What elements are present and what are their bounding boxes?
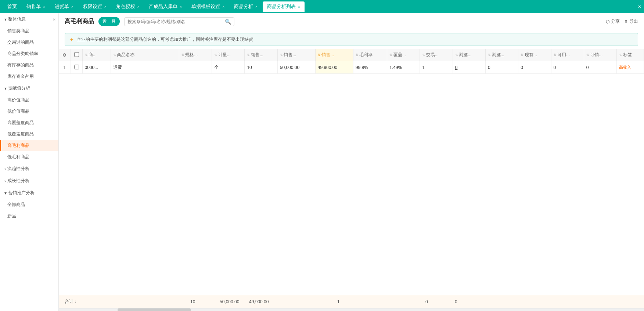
row-sales-profit: 49,900.00 — [315, 61, 353, 74]
close-icon[interactable]: × — [298, 5, 300, 9]
sidebar-item-low-coverage[interactable]: 低覆盖度商品 — [0, 129, 58, 140]
search-input[interactable] — [127, 19, 223, 24]
col-tag-sort-icon: ⇅ — [619, 53, 623, 57]
share-button[interactable]: ⬡ 分享 — [606, 18, 620, 25]
nav-permissions[interactable]: 权限设置 × — [79, 1, 111, 12]
sidebar-group-flow[interactable]: › 流趋性分析 — [0, 163, 58, 175]
close-icon[interactable]: × — [222, 5, 224, 9]
content-header: 高毛利商品 近一月 🔍 ⬡ 分享 ⬆ 导出 — [59, 13, 644, 30]
chevron-down-icon: ▾ — [4, 17, 7, 22]
header-actions: ⬡ 分享 ⬆ 导出 — [606, 18, 638, 25]
row-code: 0000... — [82, 61, 111, 74]
close-icon[interactable]: × — [180, 5, 182, 9]
nav-template-label: 单据模板设置 — [191, 3, 220, 10]
col-available-stock[interactable]: ⇅ 可用... — [551, 49, 584, 61]
nav-purchase[interactable]: 进货单 × — [50, 1, 78, 12]
nav-sales-label: 销售单 — [26, 3, 41, 10]
col-sellable-stock-sort-icon: ⇅ — [586, 53, 590, 57]
filter-last-month[interactable]: 近一月 — [98, 17, 120, 26]
export-icon: ⬆ — [624, 19, 628, 24]
col-sales-amount[interactable]: ⇅ 销售... — [277, 49, 315, 61]
sidebar-item-high-value[interactable]: 高价值商品 — [0, 94, 58, 106]
col-current-stock[interactable]: ⇅ 现有... — [518, 49, 551, 61]
share-icon: ⬡ — [606, 19, 609, 24]
col-sales-amount-sort-icon: ⇅ — [280, 53, 284, 57]
sidebar-collapse-button[interactable]: « — [53, 16, 55, 22]
chevron-right-icon: › — [4, 178, 6, 184]
sidebar-group-growth[interactable]: › 成长性分析 — [0, 175, 58, 187]
nav-stock-in[interactable]: 产成品入库单 × — [144, 1, 186, 12]
row-num: 1 — [59, 61, 71, 74]
sidebar-item-low-margin[interactable]: 低毛利商品 — [0, 151, 58, 163]
close-icon[interactable]: × — [104, 5, 107, 9]
sidebar-group-overall[interactable]: ▾ 整体信息 — [0, 13, 58, 25]
horizontal-scrollbar[interactable] — [118, 308, 191, 311]
sidebar-item-new-goods[interactable]: 新品 — [0, 210, 58, 222]
close-icon[interactable]: × — [43, 5, 45, 9]
col-settings[interactable]: ⚙ — [59, 49, 71, 61]
footer-col-empty1 — [276, 299, 306, 304]
nav-sales[interactable]: 销售单 × — [22, 1, 50, 12]
footer-sales-profit: 49,900.00 — [247, 299, 276, 304]
sidebar-item-high-coverage[interactable]: 高覆盖度商品 — [0, 117, 58, 129]
row-browse1[interactable]: 0 — [453, 61, 485, 74]
select-all-checkbox[interactable] — [74, 52, 79, 57]
row-checkbox[interactable] — [74, 65, 79, 69]
content-area: 高毛利商品 近一月 🔍 ⬡ 分享 ⬆ 导出 ✦ 企业的主要的利润都是这部分商品创… — [59, 13, 644, 311]
col-unit[interactable]: ⇅ 计量... — [212, 49, 245, 61]
sidebar-item-in-stock[interactable]: 有库存的商品 — [0, 59, 58, 71]
sidebar-group-contribution[interactable]: ▾ 贡献值分析 — [0, 82, 58, 94]
close-icon[interactable]: × — [71, 5, 73, 9]
col-name[interactable]: ⇅ 商品名称 — [111, 49, 179, 61]
nav-template[interactable]: 单据模板设置 × — [187, 1, 229, 12]
nav-roles[interactable]: 角色授权 × — [112, 1, 144, 12]
col-gross-margin[interactable]: ⇅ 毛利率 — [353, 49, 387, 61]
sidebar-group-flow-label: 流趋性分析 — [7, 166, 29, 172]
sidebar-group-contribution-label: 贡献值分析 — [8, 85, 30, 91]
col-sales-profit[interactable]: ⇅ 销售... — [315, 49, 353, 61]
col-sales-qty[interactable]: ⇅ 销售... — [245, 49, 277, 61]
sidebar-item-category-rate[interactable]: 商品分类助销率 — [0, 48, 58, 59]
col-sellable-stock[interactable]: ⇅ 可销... — [584, 49, 616, 61]
row-checkbox-cell — [71, 61, 82, 74]
nav-roles-label: 角色授权 — [116, 3, 135, 10]
sidebar-item-sales-goods[interactable]: 销售类商品 — [0, 25, 58, 37]
info-text: 企业的主要的利润都是这部分商品创造的，可考虑加大推广，同时关注库存是不要出现缺货 — [77, 36, 253, 43]
close-icon[interactable]: × — [137, 5, 140, 9]
sidebar-item-low-value[interactable]: 低价值商品 — [0, 106, 58, 117]
col-code[interactable]: ⇅ 商... — [82, 49, 111, 61]
col-coverage[interactable]: ⇅ 覆盖... — [387, 49, 420, 61]
col-sales-profit-sort-icon: ⇅ — [318, 53, 322, 57]
nav-product-analysis[interactable]: 商品分析 × — [230, 1, 262, 12]
sidebar-group-marketing[interactable]: ▾ 营销推广分析 — [0, 187, 58, 199]
sidebar-item-all-goods[interactable]: 全部商品 — [0, 199, 58, 210]
sidebar-item-high-margin[interactable]: 高毛利商品 — [0, 140, 58, 151]
col-browse2[interactable]: ⇅ 浏览... — [485, 49, 518, 61]
search-icon: 🔍 — [225, 19, 231, 25]
nav-product-analysis-list[interactable]: 商品分析列表 × — [263, 1, 305, 12]
col-code-sort-icon: ⇅ — [85, 53, 89, 57]
row-coverage: 1.49% — [387, 61, 420, 74]
window-close-icon[interactable]: × — [638, 4, 641, 10]
col-browse1[interactable]: ⇅ 浏览... — [453, 49, 485, 61]
col-checkbox — [71, 49, 82, 61]
nav-stock-in-label: 产成品入库单 — [149, 3, 177, 10]
col-sales-qty-sort-icon: ⇅ — [247, 53, 251, 57]
col-tag[interactable]: ⇅ 标签 — [617, 49, 644, 61]
tag-high-income: 高收入 — [619, 65, 631, 69]
info-icon: ✦ — [69, 37, 74, 43]
sidebar-item-traded-goods[interactable]: 交易过的商品 — [0, 37, 58, 48]
col-spec[interactable]: ⇅ 规格... — [179, 49, 212, 61]
col-unit-sort-icon: ⇅ — [214, 53, 218, 57]
nav-purchase-label: 进货单 — [55, 3, 69, 10]
table-header-row: ⚙ ⇅ 商... ⇅ 商品名称 ⇅ 规格... ⇅ 计量... ⇅ 销售... … — [59, 49, 644, 61]
nav-home[interactable]: 首页 — [3, 1, 21, 12]
col-gross-margin-sort-icon: ⇅ — [356, 53, 360, 57]
sidebar-item-stock-capital[interactable]: 库存资金占用 — [0, 71, 58, 82]
browse1-link[interactable]: 0 — [455, 65, 458, 70]
search-box[interactable]: 🔍 — [124, 17, 234, 26]
export-button[interactable]: ⬆ 导出 — [624, 18, 638, 25]
col-transaction[interactable]: ⇅ 交易... — [420, 49, 453, 61]
close-icon[interactable]: × — [255, 5, 258, 9]
nav-home-label: 首页 — [7, 3, 17, 10]
